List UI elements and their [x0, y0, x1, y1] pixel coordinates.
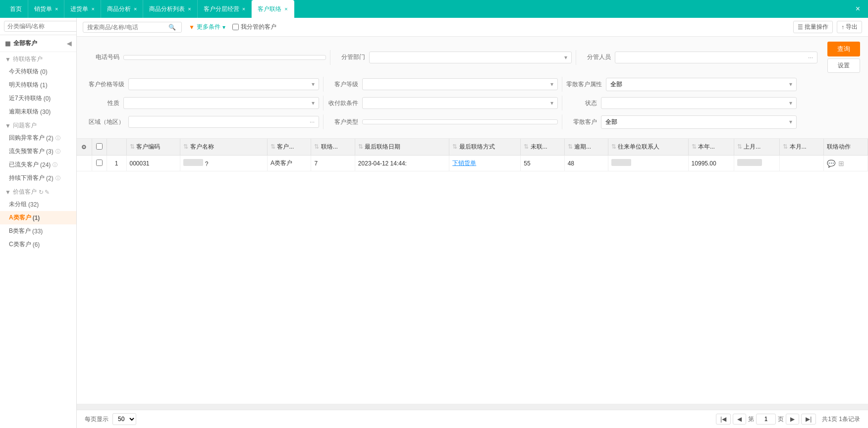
- settings-button[interactable]: 设置: [827, 58, 860, 73]
- row-checkbox[interactable]: [96, 160, 103, 166]
- filter-manager: 分管人员 ···: [576, 52, 821, 63]
- retail-customer-dropdown[interactable]: 全部 ▾: [601, 115, 797, 129]
- triangle-icon-3: ▼: [5, 189, 11, 196]
- price-level-dropdown[interactable]: ▾: [128, 78, 319, 90]
- qr-icon[interactable]: ⊞: [838, 160, 844, 167]
- td-name: ?: [180, 156, 268, 171]
- th-overdue: ⇅ 逾期...: [564, 139, 608, 156]
- sidebar-search-input[interactable]: [4, 21, 77, 32]
- td-last-method: 下销货单: [449, 156, 521, 171]
- gear-icon[interactable]: ⚙: [81, 144, 87, 151]
- customer-level-dropdown[interactable]: ▾: [362, 78, 558, 90]
- edit-icon[interactable]: ✎: [45, 189, 50, 196]
- my-customers-check[interactable]: [232, 24, 239, 30]
- tab-product-analysis-close[interactable]: ×: [134, 6, 137, 12]
- horizontal-scrollbar[interactable]: [77, 404, 868, 410]
- tab-product-analysis[interactable]: 商品分析 ×: [101, 0, 143, 18]
- sidebar-item-tomorrow-pending[interactable]: 明天待联络 (1): [0, 78, 76, 92]
- sidebar-item-c-class[interactable]: C类客户 (6): [0, 238, 76, 251]
- filter-customer-type: 客户类型: [324, 118, 562, 126]
- query-button[interactable]: 查询: [827, 42, 860, 56]
- payment-arrow: ▾: [550, 100, 553, 107]
- my-customers-checkbox[interactable]: 我分管的客户: [232, 23, 276, 31]
- tab-home[interactable]: 首页: [4, 0, 28, 18]
- td-code: 000031: [126, 156, 180, 171]
- export-btn[interactable]: ↑ 导出: [837, 21, 862, 33]
- sidebar-item-churn-warning[interactable]: 流失预警客户 (3) ⓘ: [0, 145, 76, 158]
- page-size-select[interactable]: 50: [112, 413, 136, 425]
- filter-region: 区域（地区） ···: [85, 116, 323, 128]
- select-all-checkbox[interactable]: [96, 143, 103, 150]
- sidebar-item-declining[interactable]: 持续下滑客户 (2) ⓘ: [0, 171, 76, 185]
- sort-icon-unit: ⇅: [611, 143, 618, 150]
- filter-dept: 分管部门 ▾: [330, 52, 576, 63]
- td-checkbox: [92, 156, 107, 171]
- contact-icon[interactable]: 💬: [827, 160, 835, 167]
- sidebar-group-problem[interactable]: ▼ 问题客户: [0, 118, 76, 131]
- th-gear[interactable]: ⚙: [77, 139, 92, 156]
- manager-input[interactable]: ···: [615, 52, 817, 63]
- sort-icon-date: ⇅: [358, 143, 365, 150]
- tab-customer-layer-close[interactable]: ×: [242, 6, 245, 12]
- sidebar-collapse-btn[interactable]: ◀: [67, 40, 71, 47]
- tab-product-analysis-list[interactable]: 商品分析列表 ×: [143, 0, 197, 18]
- sidebar-all-customers[interactable]: ▦ 全部客户 ◀: [0, 35, 76, 52]
- search-input[interactable]: [87, 24, 166, 31]
- status-dropdown[interactable]: ▾: [601, 97, 797, 109]
- table-container: ⚙ ⇅ 客户编码 ⇅ 客户名称: [77, 139, 868, 404]
- table-header-row: ⚙ ⇅ 客户编码 ⇅ 客户名称: [77, 139, 868, 156]
- page-input[interactable]: [756, 414, 776, 425]
- sidebar-item-ungrouped[interactable]: 未分组 (32): [0, 198, 76, 211]
- tab-product-analysis-list-close[interactable]: ×: [188, 6, 191, 12]
- sidebar-item-today-pending[interactable]: 今天待联络 (0): [0, 65, 76, 78]
- batch-icon: ☰: [798, 24, 803, 31]
- sidebar-item-a-class[interactable]: A类客户 (1): [0, 211, 76, 224]
- triangle-icon: ▼: [5, 56, 11, 63]
- sidebar-item-repurchase-abnormal[interactable]: 回购异常客户 (2) ⓘ: [0, 131, 76, 145]
- customer-table: ⚙ ⇅ 客户编码 ⇅ 客户名称: [77, 139, 868, 171]
- info-icon-1: ⓘ: [55, 135, 60, 142]
- tab-customer-contact[interactable]: 客户联络 ×: [252, 0, 294, 18]
- td-contact: 7: [311, 156, 355, 171]
- tab-sales-order-close[interactable]: ×: [55, 6, 58, 12]
- last-page-btn[interactable]: ▶|: [801, 414, 816, 425]
- pagination: |◀ ◀ 第 页 ▶ ▶| 共1页 1条记录: [716, 414, 860, 425]
- td-no-contact: 55: [521, 156, 564, 171]
- more-conditions-btn[interactable]: ▼ 更多条件 ▾: [186, 21, 228, 33]
- search-icon[interactable]: 🔍: [168, 24, 176, 31]
- last-month-masked: [737, 159, 762, 166]
- next-page-btn[interactable]: ▶: [786, 414, 799, 425]
- retail-attr-dropdown[interactable]: 全部 ▾: [606, 78, 797, 91]
- sidebar-item-b-class[interactable]: B类客户 (33): [0, 224, 76, 238]
- refresh-icon[interactable]: ↻: [39, 189, 44, 196]
- sidebar-item-overdue-contact[interactable]: 逾期未联络 (30): [0, 105, 76, 118]
- td-action: 💬 ⊞: [823, 156, 868, 171]
- th-this-month: ⇅ 本月...: [780, 139, 823, 156]
- payment-dropdown[interactable]: ▾: [362, 97, 558, 109]
- nature-dropdown[interactable]: ▾: [123, 97, 319, 109]
- sidebar-item-churned[interactable]: 已流失客户 (24) ⓘ: [0, 158, 76, 171]
- th-name: ⇅ 客户名称: [180, 139, 268, 156]
- prev-page-btn[interactable]: ◀: [733, 414, 746, 425]
- unit-contact-masked: [611, 159, 631, 166]
- region-input[interactable]: ···: [128, 116, 319, 128]
- tab-customer-contact-close[interactable]: ×: [284, 6, 287, 12]
- last-method-link[interactable]: 下销货单: [452, 160, 476, 166]
- td-this-year: 10995.00: [688, 156, 734, 171]
- tab-sales-order[interactable]: 销货单 ×: [28, 0, 64, 18]
- sidebar-group-pending[interactable]: ▼ 待联络客户: [0, 52, 76, 65]
- batch-op-btn[interactable]: ☰ 批量操作: [793, 21, 833, 33]
- sidebar-item-7days-pending[interactable]: 近7天待联络 (0): [0, 92, 76, 105]
- tab-customer-layer[interactable]: 客户分层经营 ×: [198, 0, 252, 18]
- filter-retail-attr: 零散客户属性 全部 ▾: [562, 78, 801, 91]
- info-icon-3: ⓘ: [53, 161, 57, 168]
- tab-purchase-order[interactable]: 进货单 ×: [64, 0, 101, 18]
- dept-dropdown[interactable]: ▾: [369, 52, 572, 63]
- sidebar-group-value[interactable]: ▼ 价值客户 ↻ ✎: [0, 185, 76, 198]
- first-page-btn[interactable]: |◀: [716, 414, 731, 425]
- customer-type-input[interactable]: [362, 119, 558, 124]
- tab-purchase-order-close[interactable]: ×: [91, 6, 94, 12]
- phone-input[interactable]: [123, 55, 326, 60]
- close-all-tabs[interactable]: ×: [852, 4, 864, 13]
- retail-customer-arrow: ▾: [789, 118, 792, 125]
